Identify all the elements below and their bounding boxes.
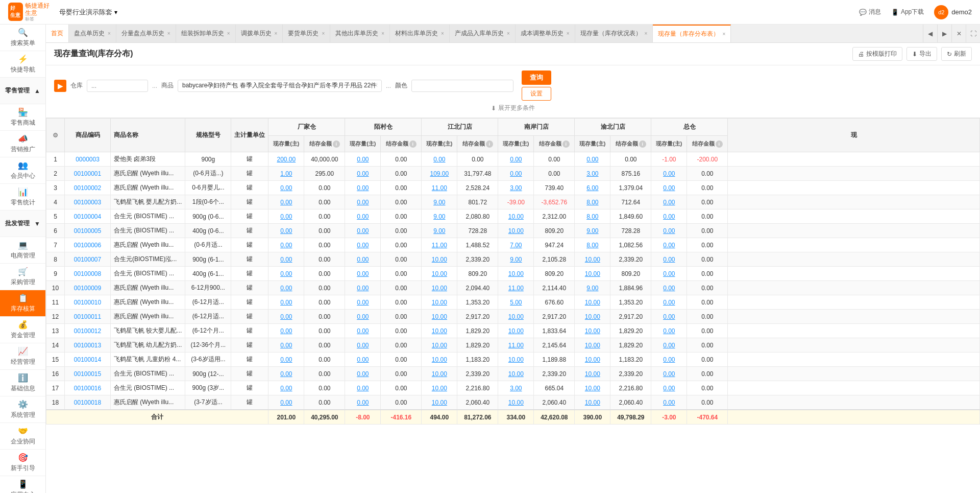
cell-yb-qty[interactable]: 9.00 bbox=[575, 281, 610, 295]
sidebar-item-inventory[interactable]: 📋 库存核算 bbox=[0, 290, 45, 317]
tab-inventory-status[interactable]: 现存量（库存状况表） × bbox=[575, 25, 653, 43]
cell-nb-qty[interactable]: 10.00 bbox=[498, 224, 534, 238]
cell-mc-qty[interactable]: 0.00 bbox=[345, 324, 381, 338]
tab-next[interactable]: ▶ bbox=[937, 25, 951, 43]
cell-nb-qty[interactable]: 10.00 bbox=[498, 324, 534, 338]
cell-total-qty[interactable]: 0.00 bbox=[651, 338, 687, 353]
sidebar-item-shortcut[interactable]: ⚡ 快捷导航 bbox=[0, 51, 45, 78]
cell-jb-qty[interactable]: 10.00 bbox=[422, 281, 457, 295]
cell-total-qty[interactable]: 0.00 bbox=[651, 395, 687, 410]
cell-yb-qty[interactable]: 3.00 bbox=[575, 167, 610, 181]
industry-selector[interactable]: 母婴行业演示陈套 ▾ bbox=[59, 8, 117, 17]
expand-more[interactable]: ⬇ 展开更多条件 bbox=[54, 104, 972, 112]
user-menu[interactable]: d2 demo2 bbox=[934, 5, 972, 19]
cell-mc-qty[interactable]: 0.00 bbox=[345, 367, 381, 381]
cell-mc-qty[interactable]: 0.00 bbox=[345, 338, 381, 353]
cell-cf-qty[interactable]: 0.00 bbox=[268, 267, 304, 281]
cell-yb-qty[interactable]: 8.00 bbox=[575, 195, 610, 209]
cell-total-qty[interactable]: 0.00 bbox=[651, 281, 687, 295]
cell-jb-qty[interactable]: 109.00 bbox=[422, 167, 457, 181]
cell-yb-qty[interactable]: 10.00 bbox=[575, 310, 610, 324]
sidebar-item-app-center[interactable]: 📱 应用中心 bbox=[0, 476, 45, 493]
cf-amt-info-icon[interactable]: i bbox=[333, 140, 340, 148]
cell-cf-qty[interactable]: 0.00 bbox=[268, 338, 304, 353]
cell-cf-qty[interactable]: 0.00 bbox=[268, 281, 304, 295]
cell-nb-qty[interactable]: 11.00 bbox=[498, 281, 534, 295]
cell-mc-qty[interactable]: 0.00 bbox=[345, 395, 381, 410]
cell-yb-qty[interactable]: 0.00 bbox=[575, 152, 610, 167]
table-area[interactable]: ⚙ 商品编码 商品名称 规格型号 主计量单位 厂家仓 陌村仓 江北门店 南岸门店… bbox=[46, 118, 980, 493]
cell-jb-qty[interactable]: 9.00 bbox=[422, 209, 457, 224]
color-input[interactable] bbox=[411, 80, 513, 92]
cell-cf-qty[interactable]: 0.00 bbox=[268, 324, 304, 338]
tab-partial-check[interactable]: 分量盘点单历史 × bbox=[116, 25, 176, 43]
cell-total-qty[interactable]: 0.00 bbox=[651, 295, 687, 310]
yb-amt-info-icon[interactable]: i bbox=[639, 140, 646, 148]
cell-mc-qty[interactable]: 0.00 bbox=[345, 209, 381, 224]
cell-jb-qty[interactable]: 10.00 bbox=[422, 395, 457, 410]
cell-nb-qty[interactable]: -39.00 bbox=[498, 195, 534, 209]
cell-total-qty[interactable]: 0.00 bbox=[651, 381, 687, 395]
cell-cf-qty[interactable]: 0.00 bbox=[268, 238, 304, 252]
cell-nb-qty[interactable]: 5.00 bbox=[498, 295, 534, 310]
cell-mc-qty[interactable]: 0.00 bbox=[345, 238, 381, 252]
tab-expand[interactable]: ⛶ bbox=[966, 25, 980, 43]
cell-cf-qty[interactable]: 0.00 bbox=[268, 395, 304, 410]
cell-mc-qty[interactable]: 0.00 bbox=[345, 152, 381, 167]
cell-nb-qty[interactable]: 3.00 bbox=[498, 181, 534, 195]
nb-amt-info-icon[interactable]: i bbox=[562, 140, 570, 148]
tab-other-out[interactable]: 其他出库单历史 × bbox=[330, 25, 390, 43]
cell-jb-qty[interactable]: 0.00 bbox=[422, 152, 457, 167]
sidebar-item-operations[interactable]: 📈 经营管理 bbox=[0, 343, 45, 370]
cell-yb-qty[interactable]: 10.00 bbox=[575, 267, 610, 281]
cell-nb-qty[interactable]: 3.00 bbox=[498, 381, 534, 395]
mc-amt-info-icon[interactable]: i bbox=[409, 140, 416, 148]
cell-mc-qty[interactable]: 0.00 bbox=[345, 353, 381, 367]
tab-assembly[interactable]: 组装拆卸单历史 × bbox=[176, 25, 236, 43]
cell-total-qty[interactable]: 0.00 bbox=[651, 181, 687, 195]
settings-button[interactable]: 设置 bbox=[522, 87, 551, 101]
cell-yb-qty[interactable]: 6.00 bbox=[575, 181, 610, 195]
tab-inventory-dist[interactable]: 现存量（库存分布表） × bbox=[653, 25, 731, 43]
sidebar-item-collab[interactable]: 🤝 企业协同 bbox=[0, 423, 45, 450]
tab-transfer[interactable]: 调拨单历史 × bbox=[236, 25, 283, 43]
cell-jb-qty[interactable]: 10.00 bbox=[422, 338, 457, 353]
product-input[interactable] bbox=[178, 80, 382, 92]
cell-nb-qty[interactable]: 10.00 bbox=[498, 310, 534, 324]
cell-yb-qty[interactable]: 10.00 bbox=[575, 338, 610, 353]
cell-mc-qty[interactable]: 0.00 bbox=[345, 295, 381, 310]
sidebar-item-wholesale[interactable]: 批发管理 ▼ bbox=[0, 210, 45, 237]
tab-demand[interactable]: 要货单历史 × bbox=[283, 25, 330, 43]
cell-jb-qty[interactable]: 9.00 bbox=[422, 195, 457, 209]
cell-jb-qty[interactable]: 11.00 bbox=[422, 181, 457, 195]
cell-cf-qty[interactable]: 0.00 bbox=[268, 224, 304, 238]
cell-yb-qty[interactable]: 8.00 bbox=[575, 238, 610, 252]
cell-nb-qty[interactable]: 0.00 bbox=[498, 167, 534, 181]
cell-cf-qty[interactable]: 0.00 bbox=[268, 195, 304, 209]
print-button[interactable]: 🖨 按模版打印 bbox=[852, 47, 902, 61]
cell-total-qty[interactable]: 0.00 bbox=[651, 209, 687, 224]
tab-material-out[interactable]: 材料出库单历史 × bbox=[390, 25, 450, 43]
cell-yb-qty[interactable]: 9.00 bbox=[575, 224, 610, 238]
sidebar-item-retail-stats[interactable]: 📊 零售统计 bbox=[0, 184, 45, 210]
cell-cf-qty[interactable]: 0.00 bbox=[268, 381, 304, 395]
sidebar-item-ecommerce[interactable]: 💻 电商管理 bbox=[0, 237, 45, 264]
cell-yb-qty[interactable]: 10.00 bbox=[575, 367, 610, 381]
cell-yb-qty[interactable]: 10.00 bbox=[575, 295, 610, 310]
cell-cf-qty[interactable]: 0.00 bbox=[268, 310, 304, 324]
cell-jb-qty[interactable]: 11.00 bbox=[422, 238, 457, 252]
cell-total-qty[interactable]: 0.00 bbox=[651, 252, 687, 267]
cell-mc-qty[interactable]: 0.00 bbox=[345, 252, 381, 267]
cell-jb-qty[interactable]: 10.00 bbox=[422, 252, 457, 267]
cell-jb-qty[interactable]: 10.00 bbox=[422, 353, 457, 367]
cell-jb-qty[interactable]: 10.00 bbox=[422, 367, 457, 381]
cell-total-qty[interactable]: 0.00 bbox=[651, 238, 687, 252]
cell-nb-qty[interactable]: 10.00 bbox=[498, 353, 534, 367]
sidebar-item-search[interactable]: 🔍 搜索英单 bbox=[0, 25, 45, 51]
sidebar-item-marketing[interactable]: 📣 营销推广 bbox=[0, 131, 45, 157]
cell-mc-qty[interactable]: 0.00 bbox=[345, 267, 381, 281]
cell-total-qty[interactable]: 0.00 bbox=[651, 367, 687, 381]
cell-jb-qty[interactable]: 10.00 bbox=[422, 267, 457, 281]
filter-toggle[interactable]: ▶ bbox=[54, 80, 66, 92]
cell-cf-qty[interactable]: 0.00 bbox=[268, 252, 304, 267]
